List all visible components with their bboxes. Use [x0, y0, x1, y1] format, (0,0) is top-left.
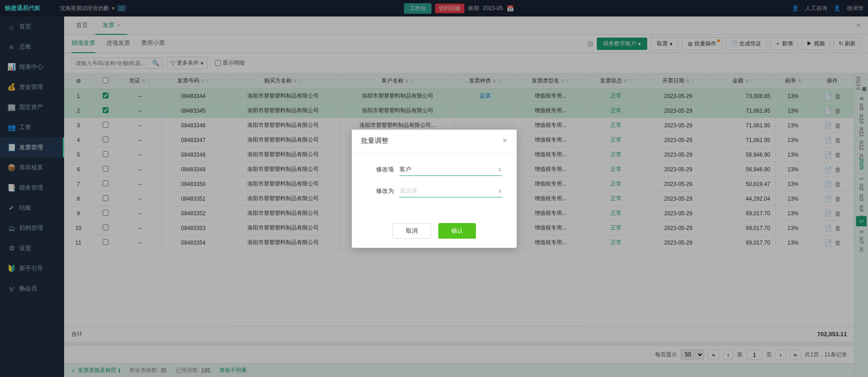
batch-adjust-modal: 批量调整 × 修改项 客户 ∨ 修改为 请选择 ∨ 取消 确认 [352, 130, 517, 248]
modal-body: 修改项 客户 ∨ 修改为 请选择 ∨ [352, 153, 517, 218]
to-chevron-icon: ∨ [498, 188, 502, 194]
form-to-placeholder: 请选择 [399, 187, 417, 195]
form-row-field: 修改项 客户 ∨ [366, 164, 502, 176]
modal-footer: 取消 确认 [352, 218, 517, 248]
form-field-value: 客户 [399, 165, 411, 174]
field-chevron-icon: ∨ [498, 166, 502, 173]
form-to-select[interactable]: 请选择 ∨ [399, 185, 502, 197]
modal-overlay[interactable]: 批量调整 × 修改项 客户 ∨ 修改为 请选择 ∨ 取消 确认 [0, 0, 868, 377]
form-field-label: 修改项 [366, 165, 394, 174]
form-field-select[interactable]: 客户 ∨ [399, 164, 502, 176]
modal-title: 批量调整 [361, 137, 388, 145]
modal-cancel-btn[interactable]: 取消 [393, 223, 431, 239]
modal-confirm-btn[interactable]: 确认 [438, 223, 476, 239]
form-to-label: 修改为 [366, 187, 394, 195]
modal-header: 批量调整 × [352, 130, 517, 153]
form-row-to: 修改为 请选择 ∨ [366, 185, 502, 197]
modal-close-btn[interactable]: × [502, 136, 508, 146]
